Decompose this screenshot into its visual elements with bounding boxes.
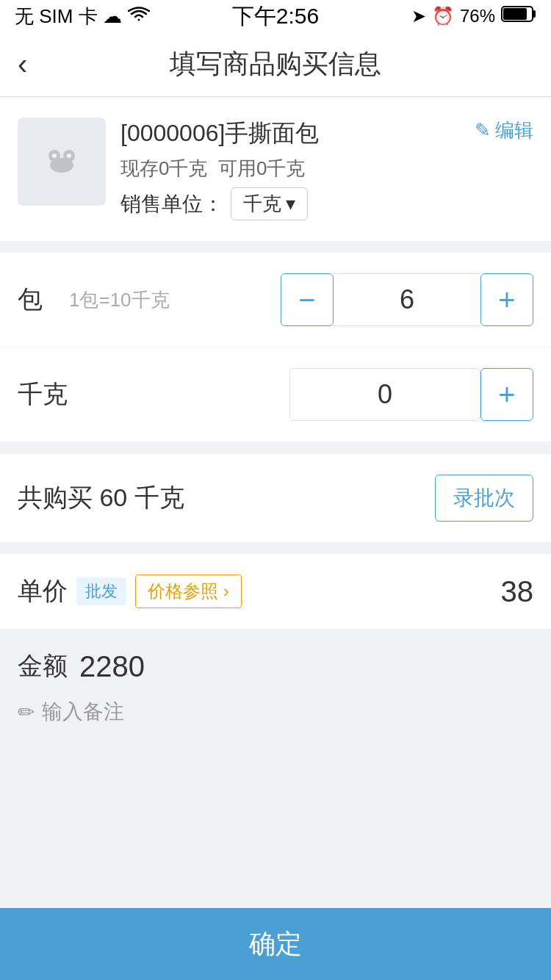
total-row: 共购买 60 千克 录批次	[0, 454, 551, 542]
kilogram-controls: +	[289, 368, 533, 421]
price-label: 单价	[18, 574, 68, 608]
package-sublabel: 1包=10千克	[69, 287, 281, 313]
svg-point-7	[67, 154, 71, 158]
alarm-icon: ⏰	[432, 6, 454, 26]
note-label: 输入备注	[42, 698, 124, 726]
package-minus-button[interactable]: −	[281, 273, 334, 326]
status-left: 无 SIM 卡 ☁	[15, 4, 150, 29]
note-icon: ✏	[18, 700, 35, 724]
product-info: [0000006]手撕面包 现存0千克 可用0千克 销售单位： 千克 ▾	[120, 118, 533, 220]
amount-value: 2280	[79, 650, 145, 683]
back-button[interactable]: ‹	[18, 48, 27, 81]
location-icon: ➤	[411, 6, 426, 26]
product-image	[18, 118, 106, 206]
svg-rect-1	[533, 10, 536, 18]
svg-rect-2	[503, 8, 527, 20]
status-bar: 无 SIM 卡 ☁ 下午2:56 ➤ ⏰ 76%	[0, 0, 551, 32]
battery-label: 76%	[460, 6, 495, 26]
product-name: [0000006]手撕面包	[120, 118, 533, 150]
package-section: 包 1包=10千克 − + 千克 +	[0, 253, 551, 442]
unit-selector[interactable]: 千克 ▾	[231, 187, 308, 220]
kilogram-row: 千克 +	[0, 347, 551, 442]
wifi-icon	[128, 5, 150, 28]
nav-bar: ‹ 填写商品购买信息	[0, 32, 551, 97]
price-section: 单价 批发 价格参照 › 38	[0, 554, 551, 629]
battery-icon	[501, 5, 536, 27]
package-controls: − +	[281, 273, 533, 326]
edit-icon: ✎	[475, 119, 491, 142]
svg-point-6	[52, 154, 57, 158]
total-text: 共购买 60 千克	[18, 481, 184, 515]
product-card: [0000006]手撕面包 现存0千克 可用0千克 销售单位： 千克 ▾ ✎ 编…	[0, 97, 551, 241]
kilogram-input[interactable]	[289, 368, 480, 421]
page-title: 填写商品购买信息	[170, 46, 381, 82]
amount-label: 金额	[18, 649, 68, 683]
no-sim-label: 无 SIM 卡 ☁	[15, 4, 122, 29]
status-right: ➤ ⏰ 76%	[411, 5, 536, 27]
unit-label: 销售单位：	[120, 190, 223, 218]
price-ref-button[interactable]: 价格参照 ›	[135, 574, 242, 608]
package-input[interactable]	[334, 273, 480, 326]
package-label: 包	[18, 283, 62, 317]
confirm-button[interactable]: 确定	[0, 908, 551, 980]
status-time: 下午2:56	[232, 1, 319, 32]
price-left: 单价 批发 价格参照 ›	[18, 574, 242, 608]
svg-point-5	[50, 158, 73, 173]
product-stock: 现存0千克 可用0千克	[120, 156, 533, 181]
package-plus-button[interactable]: +	[480, 273, 533, 326]
package-row: 包 1包=10千克 − +	[0, 253, 551, 347]
amount-section: 金额 2280 ✏ 输入备注	[0, 629, 551, 849]
batch-button[interactable]: 录批次	[435, 475, 533, 522]
note-row[interactable]: ✏ 输入备注	[18, 698, 533, 726]
price-row: 单价 批发 价格参照 › 38	[18, 574, 533, 608]
price-badge: 批发	[76, 577, 126, 605]
edit-button[interactable]: ✎ 编辑	[475, 118, 533, 143]
price-value: 38	[501, 575, 534, 608]
kilogram-label: 千克	[18, 378, 68, 411]
kilogram-plus-button[interactable]: +	[480, 368, 533, 421]
amount-row: 金额 2280	[18, 649, 533, 683]
product-unit-row: 销售单位： 千克 ▾	[120, 187, 533, 220]
dropdown-icon: ▾	[286, 192, 295, 215]
